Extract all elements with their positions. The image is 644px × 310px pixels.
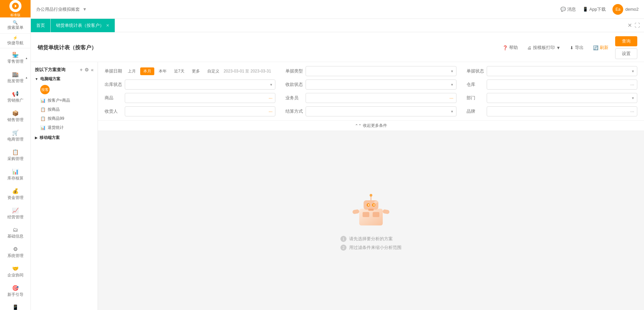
add-scheme-icon[interactable]: + xyxy=(80,67,83,72)
refresh-icon: 🔄 xyxy=(593,45,598,50)
query-setting-btns: 查询 设置 xyxy=(615,36,637,59)
settlement-filter: 结算方式 xyxy=(285,106,456,116)
sidebar-item-finance[interactable]: 💰 资金管理 xyxy=(0,185,31,204)
order-status-filter: 单据状态 xyxy=(467,66,637,76)
collapse-panel-icon[interactable]: « xyxy=(91,67,94,72)
goods-input[interactable] xyxy=(128,96,269,101)
tab-sales-stats[interactable]: 销货单统计表（按客户） ✕ xyxy=(51,19,115,32)
settlement-label: 结算方式 xyxy=(285,108,306,114)
industry-dropdown-icon[interactable]: ▼ xyxy=(83,7,87,12)
message-btn[interactable]: 💬 消息 xyxy=(560,6,576,12)
page-content: 销货单统计表（按客户） ❓ 帮助 🖨 按模板打印 ▼ ⬇ 导出 🔄 刷新 xyxy=(31,32,644,310)
app-logo[interactable]: 标准版 xyxy=(0,0,31,17)
svg-rect-1 xyxy=(363,212,369,217)
sidebar-item-appcenter[interactable]: 📱 应用中心 xyxy=(0,301,31,310)
topbar-right: 💬 消息 📱 App下载 Ea demo2 xyxy=(560,4,639,15)
receiver-dots[interactable]: ··· xyxy=(269,109,273,114)
receiver-input-wrap: ··· xyxy=(125,106,275,116)
tree-item-goods[interactable]: 📋 按商品 xyxy=(31,105,98,114)
date-tab-lastmonth[interactable]: 上月 xyxy=(125,67,139,75)
goods-dots[interactable]: ··· xyxy=(269,95,273,101)
export-icon: ⬇ xyxy=(570,45,574,50)
date-tab-custom[interactable]: 自定义 xyxy=(204,67,222,75)
sidebar-item-newguide[interactable]: 🎯 新手引导 xyxy=(0,281,31,301)
out-status-label: 出库状态 xyxy=(105,82,125,88)
goods-label: 商品 xyxy=(105,95,125,101)
query-button[interactable]: 查询 xyxy=(615,36,637,46)
setting-scheme-icon[interactable]: ⚙ xyxy=(85,67,89,72)
date-tab-7days[interactable]: 近7天 xyxy=(171,67,187,75)
brand-dots[interactable]: ··· xyxy=(630,109,634,114)
collapse-bar[interactable]: ⌃⌃ 收起更多条件 xyxy=(98,121,644,131)
sidebar-item-ecommerce[interactable]: 🛒 电商管理 xyxy=(0,126,31,146)
customer-goods-icon: 📊 xyxy=(40,98,46,103)
sidebar-item-marketing[interactable]: 📢 营销推广 xyxy=(0,87,31,107)
sidebar-item-purchase[interactable]: 📋 采购管理 xyxy=(0,146,31,165)
tab-home[interactable]: 首页 xyxy=(31,19,51,32)
salesman-dots[interactable]: ··· xyxy=(449,95,453,101)
order-status-select-wrap xyxy=(487,66,637,76)
warehouse-input-wrap: ··· xyxy=(487,80,637,90)
tree-item-goods99[interactable]: 📋 按商品99 xyxy=(31,114,98,123)
out-status-select-wrap xyxy=(125,80,275,90)
topbar-left: 办公用品行业模拟账套 ▼ xyxy=(36,6,87,12)
tree-item-by-customer[interactable]: 按客 xyxy=(31,83,98,96)
salesman-input[interactable] xyxy=(309,96,449,101)
left-panel: 按以下方案查询 + ⚙ « ▼ 电脑端方案 按客 📊 按客户+商品 xyxy=(31,62,98,310)
warehouse-input[interactable] xyxy=(490,82,631,87)
date-tab-thisyear[interactable]: 本年 xyxy=(156,67,170,75)
sidebar-item-retail[interactable]: 🏪 零售管理 xyxy=(0,48,31,68)
tree-group-pc[interactable]: ▼ 电脑端方案 xyxy=(31,75,98,83)
export-btn[interactable]: ⬇ 导出 xyxy=(567,43,586,52)
sidebar-item-inventory[interactable]: 📊 库存核算 xyxy=(0,165,31,185)
tab-maximize-icon[interactable]: ⛶ xyxy=(635,22,640,29)
left-panel-header: 按以下方案查询 + ⚙ « xyxy=(31,65,98,75)
collapse-label: 收起更多条件 xyxy=(363,123,387,128)
out-status-select[interactable] xyxy=(125,80,275,90)
order-type-select[interactable] xyxy=(306,66,456,76)
sidebar-item-operation[interactable]: 📈 经营管理 xyxy=(0,204,31,223)
sidebar-item-enterprise[interactable]: 🤝 企业协同 xyxy=(0,262,31,281)
return-stats-icon: 📊 xyxy=(40,125,46,130)
order-type-label: 单据类型 xyxy=(285,68,306,74)
tab-close-icon[interactable]: ✕ xyxy=(106,23,109,28)
app-download-btn[interactable]: 📱 App下载 xyxy=(583,6,606,12)
user-avatar[interactable]: Ea demo2 xyxy=(612,4,639,15)
settlement-select-wrap xyxy=(306,106,456,116)
help-btn[interactable]: ❓ 帮助 xyxy=(500,43,521,52)
receiver-input[interactable] xyxy=(128,109,269,114)
tree-group-pc-label: 电脑端方案 xyxy=(40,76,60,82)
date-tab-thismonth[interactable]: 本月 xyxy=(140,67,154,75)
salesman-label: 业务员 xyxy=(285,95,306,101)
tab-close-window-icon[interactable]: ✕ xyxy=(628,22,632,29)
left-panel-icons: + ⚙ « xyxy=(80,67,94,72)
brand-input[interactable] xyxy=(490,109,631,114)
goods99-icon: 📋 xyxy=(40,116,46,121)
sidebar-item-basic[interactable]: 🗂 基础信息 xyxy=(0,223,31,243)
tree-group-mobile[interactable]: ▶ 移动端方案 xyxy=(31,134,98,142)
avatar-image: Ea xyxy=(612,4,623,15)
warehouse-dots[interactable]: ··· xyxy=(630,82,634,87)
department-select-wrap xyxy=(487,93,637,103)
setting-button[interactable]: 设置 xyxy=(615,48,637,59)
goods-input-wrap: ··· xyxy=(125,93,275,103)
department-select[interactable] xyxy=(487,93,637,103)
brand-input-wrap: ··· xyxy=(487,106,637,116)
sidebar-item-system[interactable]: ⚙ 系统管理 xyxy=(0,243,31,262)
sidebar-item-wholesale[interactable]: 🏬 批发管理 xyxy=(0,68,31,87)
app-name: 标准版 xyxy=(10,13,20,17)
tab-sales-stats-label: 销货单统计表（按客户） xyxy=(56,22,104,29)
sidebar-search[interactable]: 🔍 搜索菜单 xyxy=(0,17,31,34)
sidebar-item-sales[interactable]: 📦 销售管理 xyxy=(0,107,31,126)
goods-icon: 📋 xyxy=(40,107,46,112)
sidebar-quicknav[interactable]: ⚡ 快捷导航 xyxy=(0,34,31,48)
tree-item-return-stats[interactable]: 📊 退货统计 xyxy=(31,123,98,132)
receipt-status-select[interactable] xyxy=(306,80,456,90)
settlement-select[interactable] xyxy=(306,106,456,116)
order-status-select[interactable] xyxy=(487,66,637,76)
tree-item-customer-goods[interactable]: 📊 按客户+商品 xyxy=(31,96,98,105)
industry-label: 办公用品行业模拟账套 xyxy=(36,6,80,12)
print-btn[interactable]: 🖨 按模板打印 ▼ xyxy=(525,43,563,52)
refresh-btn[interactable]: 🔄 刷新 xyxy=(590,43,611,52)
date-tab-more[interactable]: 更多 xyxy=(189,67,203,75)
